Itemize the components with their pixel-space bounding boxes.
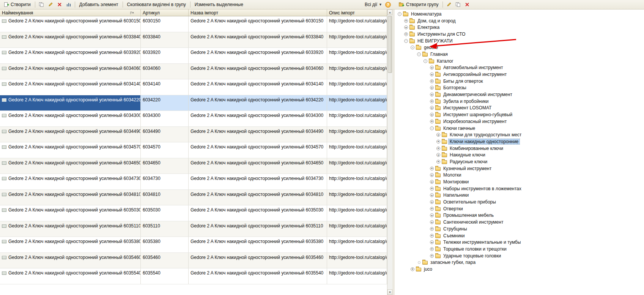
expand-icon[interactable]: +: [411, 267, 414, 271]
tree-item-label[interactable]: запасные губки, пара: [429, 260, 477, 265]
expand-icon[interactable]: +: [430, 73, 434, 76]
cell-import-name[interactable]: Gedore 2 A Ключ накидной односторонний у…: [189, 48, 327, 63]
tree-item-label[interactable]: Съемники: [442, 233, 466, 238]
expand-icon[interactable]: +: [430, 207, 434, 211]
table-row[interactable]: Gedore 2 A Ключ накидной односторонний у…: [0, 32, 387, 48]
scroll-down-button[interactable]: ▼: [387, 289, 392, 295]
cell-import-desc[interactable]: http://gedore-tool.ru/catalog/d...: [327, 253, 387, 268]
table-scrollbar[interactable]: ▲ ▼: [387, 9, 392, 295]
cell-import-name[interactable]: Gedore 2 A Ключ накидной односторонний у…: [189, 95, 327, 111]
cell-name[interactable]: Gedore 2 A Ключ накидной односторонний у…: [0, 253, 141, 268]
expand-icon[interactable]: +: [430, 113, 434, 117]
tree-item-label[interactable]: gedore: [423, 45, 439, 50]
cell-import-desc[interactable]: http://gedore-tool.ru/catalog/d...: [327, 111, 387, 126]
cell-import-desc[interactable]: http://gedore-tool.ru/catalog/d...: [327, 142, 387, 158]
expand-icon[interactable]: +: [430, 220, 434, 224]
expand-icon[interactable]: +: [404, 25, 408, 29]
cell-import-desc[interactable]: http://gedore-tool.ru/catalog/d...: [327, 32, 387, 48]
tree-item-label[interactable]: Каталог: [436, 58, 455, 64]
tree-item-label[interactable]: Автомобильный инструмент: [442, 65, 504, 70]
create-button[interactable]: Створити: [2, 1, 33, 8]
cell-name[interactable]: Gedore 2 A Ключ накидной односторонний у…: [0, 142, 141, 158]
cell-name[interactable]: Gedore 2 A Ключ накидной односторонний у…: [0, 221, 141, 237]
tree-item[interactable]: +Молотки: [395, 172, 644, 179]
tree-item-label[interactable]: Комбинированные ключи: [449, 146, 504, 151]
expand-icon[interactable]: +: [404, 19, 408, 23]
expand-icon[interactable]: +: [430, 93, 434, 96]
cell-import-desc[interactable]: http://gedore-tool.ru/catalog/d...: [327, 48, 387, 63]
cell-name[interactable]: Gedore 2 A Ключ накидной односторонний у…: [0, 237, 141, 252]
collapse-icon[interactable]: -: [424, 59, 427, 63]
table-row[interactable]: Gedore 2 A Ключ накидной односторонний у…: [0, 205, 387, 221]
table-row[interactable]: Gedore 2 A Ключ накидной односторонний у…: [0, 221, 387, 237]
tree-item[interactable]: +Сантехнический инструмент: [395, 219, 644, 226]
expand-icon[interactable]: +: [430, 213, 434, 217]
expand-icon[interactable]: +: [430, 200, 434, 204]
table-row[interactable]: Gedore 2 A Ключ накидной односторонний у…: [0, 16, 387, 32]
tree-item-label[interactable]: Отвертки: [442, 206, 464, 211]
cell-import-desc[interactable]: http://gedore-tool.ru/catalog/d...: [327, 205, 387, 221]
column-header-name[interactable]: Найменування: [0, 9, 141, 16]
tree-item[interactable]: +Наборы инструментов в ложементах: [395, 185, 644, 192]
table-row[interactable]: Gedore 2 A Ключ накидной односторонний у…: [0, 64, 387, 80]
expand-icon[interactable]: +: [430, 173, 434, 177]
cell-name[interactable]: Gedore 2 A Ключ накидной односторонний у…: [0, 205, 141, 221]
tree-item[interactable]: +Електрика: [395, 24, 644, 31]
tree-item-label[interactable]: Струбцины: [442, 226, 468, 232]
tree-item-label[interactable]: Болторезы: [442, 85, 468, 90]
tree-item[interactable]: +Струбцины: [395, 226, 644, 232]
cell-name[interactable]: Gedore 2 A Ключ накидной односторонний у…: [0, 268, 141, 284]
cell-article[interactable]: 6034730: [141, 174, 189, 189]
cell-name[interactable]: Gedore 2 A Ключ накидной односторонний у…: [0, 174, 141, 189]
cell-import-name[interactable]: Gedore 2 A Ключ накидной односторонний у…: [189, 190, 327, 205]
tree-item-label[interactable]: Наборы инструментов в ложементах: [442, 186, 523, 191]
table-row[interactable]: Gedore 2 A Ключ накидной односторонний у…: [0, 190, 387, 206]
cell-import-name[interactable]: Gedore 2 A Ключ накидной односторонний у…: [189, 205, 327, 221]
tree-item[interactable]: +Дом, сад и огород: [395, 17, 644, 24]
tree-item[interactable]: +Отвертки: [395, 205, 644, 212]
tree-item[interactable]: +Напильники: [395, 192, 644, 199]
cell-article[interactable]: 6034810: [141, 190, 189, 205]
tree-item-label[interactable]: Накидные ключи: [449, 152, 487, 158]
cell-import-desc[interactable]: http://gedore-tool.ru/catalog/d...: [327, 95, 387, 111]
cell-import-name[interactable]: Gedore 2 A Ключ накидной односторонний у…: [189, 221, 327, 237]
tree-item-label[interactable]: Молотки: [442, 172, 463, 178]
expand-icon[interactable]: +: [430, 254, 434, 258]
expand-icon[interactable]: +: [436, 160, 440, 164]
cell-name[interactable]: Gedore 2 A Ключ накидной односторонний у…: [0, 95, 141, 111]
table-row[interactable]: Gedore 2 A Ключ накидной односторонний у…: [0, 142, 387, 158]
cell-article[interactable]: 6035460: [141, 253, 189, 268]
expand-icon[interactable]: +: [430, 66, 434, 69]
expand-icon[interactable]: +: [430, 193, 434, 197]
cell-article[interactable]: 6033920: [141, 48, 189, 63]
cell-article[interactable]: 6033840: [141, 32, 189, 48]
tree-item-label[interactable]: Ключи накидные односторонние: [449, 139, 520, 144]
tree-copy-button[interactable]: [454, 1, 462, 8]
tree-item[interactable]: +Инструмент LOSOMAT: [395, 105, 644, 112]
tree-item-label[interactable]: Електрика: [416, 25, 441, 30]
collapse-icon[interactable]: -: [411, 46, 414, 49]
cell-import-desc[interactable]: http://gedore-tool.ru/catalog/d...: [327, 64, 387, 79]
expand-icon[interactable]: +: [436, 147, 440, 150]
tree-item[interactable]: +Биты для отверток: [395, 78, 644, 85]
expand-icon[interactable]: +: [430, 180, 434, 184]
tree-item[interactable]: +Ключи для труднодоступных мест: [395, 131, 644, 138]
tree-edit-button[interactable]: [445, 1, 453, 8]
tree-item-label[interactable]: Монтировки: [442, 179, 470, 185]
collapse-icon[interactable]: -: [398, 12, 402, 16]
table-row[interactable]: Gedore 2 A Ключ накидной односторонний у…: [0, 268, 387, 284]
all-actions-button[interactable]: Всі дії ▼: [362, 1, 384, 8]
tree-item-label[interactable]: Инструмент шарнирно-губцевый: [442, 112, 513, 117]
tree-item-label[interactable]: Промышленная мебель: [442, 213, 495, 218]
tree-item-label[interactable]: Антикоррозийный инструмент: [442, 72, 508, 77]
cell-article[interactable]: 6034220: [141, 95, 189, 111]
tree-item-label[interactable]: Ключи для труднодоступных мест: [449, 132, 523, 137]
cell-name[interactable]: Gedore 2 A Ключ накидной односторонний у…: [0, 32, 141, 48]
cell-article[interactable]: 6035380: [141, 237, 189, 252]
cell-import-name[interactable]: Gedore 2 A Ключ накидной односторонний у…: [189, 142, 327, 158]
histogram-button[interactable]: [65, 1, 73, 8]
add-element-button[interactable]: Добавить элемент: [77, 1, 121, 8]
tree-item-label[interactable]: Номенклатура: [410, 11, 443, 17]
table-row[interactable]: Gedore 2 A Ключ накидной односторонний у…: [0, 158, 387, 174]
tree-item-label[interactable]: Ключи гаечные: [442, 126, 476, 131]
